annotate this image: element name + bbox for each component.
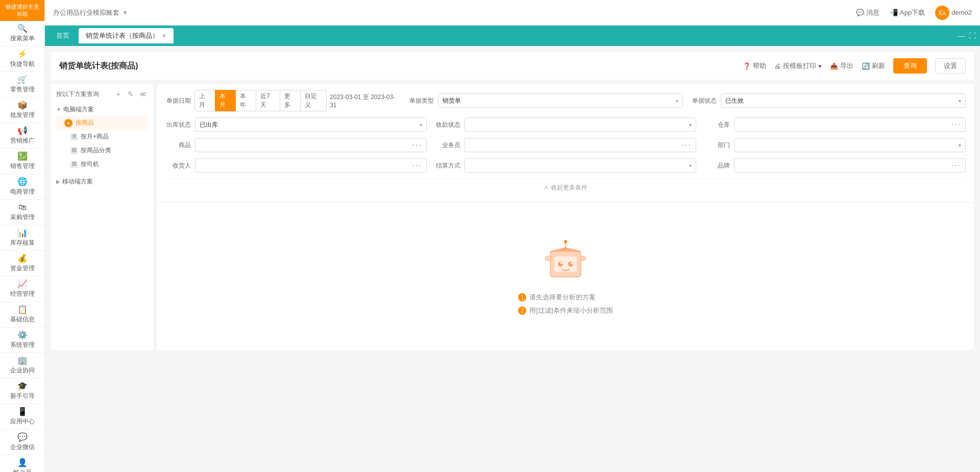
scheme-group-mobile-header[interactable]: ▶ 移动端方案 xyxy=(56,175,148,188)
doc-type-input[interactable]: 销货单 ▾ xyxy=(438,93,683,108)
date-tab-7days[interactable]: 近7天 xyxy=(256,90,280,111)
product-input[interactable]: ··· xyxy=(195,138,427,152)
user-profile[interactable]: Ea demo2 xyxy=(935,6,972,20)
sidebar-item-label: 零售管理 xyxy=(10,85,35,94)
tip-num-1: 1 xyxy=(518,293,526,301)
sidebar-item-wechat[interactable]: 💬 企业微信 xyxy=(0,430,44,455)
settings-button[interactable]: 设置 xyxy=(935,58,966,74)
sidebar-item-retail[interactable]: 🛒 零售管理 xyxy=(0,72,44,98)
nav-icon: ⚡ xyxy=(17,49,28,59)
member-icon: 👤 xyxy=(17,458,28,467)
sidebar-item-basic[interactable]: 📋 基础信息 xyxy=(0,302,44,327)
filter-area: 单据日期 上月 本月 本年 近7天 更多 自定义 20 xyxy=(157,84,974,203)
tab-home[interactable]: 首页 xyxy=(49,28,77,43)
app-download-button[interactable]: 📲 App下载 xyxy=(890,8,925,17)
finance-icon: 💰 xyxy=(17,253,28,263)
sidebar-item-label: 销售管理 xyxy=(10,162,35,171)
doc-type-label: 单据类型 xyxy=(408,97,434,105)
sidebar-item-marketing[interactable]: 📢 营销推广 xyxy=(0,123,44,149)
newbie-icon: 🎓 xyxy=(17,381,28,391)
scheme-group-desktop: ▼ 电脑端方案 ● 按商品 月 按月+商品 回 按商品分类 xyxy=(56,103,148,171)
payment-method-dropdown-icon: ▾ xyxy=(689,163,692,169)
payment-method-label: 结算方式 xyxy=(435,161,460,170)
filter-field-out-status: 出库状态 已出库 ▾ xyxy=(165,117,427,132)
department-label: 部门 xyxy=(704,141,730,150)
tab-sales-stat[interactable]: 销货单统计表（按商品） ✕ xyxy=(79,28,174,43)
chevron-right-icon: ▶ xyxy=(56,179,60,184)
sidebar-item-finance[interactable]: 💰 资金管理 xyxy=(0,251,44,276)
refresh-icon: 🔄 xyxy=(862,62,870,70)
scheme-item-label: 按商品 xyxy=(76,119,94,127)
scheme-add-button[interactable]: + xyxy=(113,89,124,99)
tip-2-text: 用[过滤]条件来缩小分析范围 xyxy=(529,306,612,315)
help-button[interactable]: ❓ 帮助 xyxy=(743,61,766,70)
collapse-more-conditions-button[interactable]: ∧ 收起更多条件 xyxy=(165,179,966,196)
print-icon: 🖨 xyxy=(774,62,781,70)
tab-bar-right: — ⛶ xyxy=(958,32,976,40)
sidebar-item-newbie[interactable]: 🎓 新手引导 xyxy=(0,379,44,404)
scheme-item-by-month-product[interactable]: 月 按月+商品 xyxy=(56,130,148,144)
date-tab-this-month[interactable]: 本月 xyxy=(215,90,236,111)
print-button[interactable]: 🖨 按模板打印 ▾ xyxy=(774,61,822,70)
sales-icon: 💹 xyxy=(17,151,28,161)
header-dropdown-icon[interactable]: ▾ xyxy=(124,9,127,16)
doc-status-value: 已生效 xyxy=(725,97,744,105)
brand-input[interactable]: ··· xyxy=(734,158,966,173)
tab-expand-icon[interactable]: ⛶ xyxy=(969,32,976,40)
query-button[interactable]: 查询 xyxy=(893,58,927,74)
svg-rect-1 xyxy=(554,256,577,272)
empty-tips: 1 请先选择要分析的方案 2 用[过滤]条件来缩小分析范围 xyxy=(518,293,612,319)
product-dots-icon: ··· xyxy=(412,140,422,150)
sidebar-item-label: 企业微信 xyxy=(10,443,35,452)
sidebar-item-purchase[interactable]: 🛍 采购管理 xyxy=(0,200,44,225)
sidebar-item-label: 基础信息 xyxy=(10,315,35,324)
username-label: demo2 xyxy=(951,9,972,16)
filter-row-4: 收货人 ··· 结算方式 ▾ xyxy=(165,158,966,173)
sidebar-item-member[interactable]: 👤 畅会员 xyxy=(0,455,44,472)
scheme-item-by-product[interactable]: ● 按商品 xyxy=(56,116,148,130)
department-input[interactable]: ▾ xyxy=(734,138,966,152)
sidebar-item-system[interactable]: ⚙️ 系统管理 xyxy=(0,327,44,353)
date-tab-last-month[interactable]: 上月 xyxy=(194,90,215,111)
sidebar-item-label: 系统管理 xyxy=(10,341,35,349)
sidebar-item-ecommerce[interactable]: 🌐 电商管理 xyxy=(0,174,44,200)
sidebar-item-search[interactable]: 🔍 搜索菜单 xyxy=(0,21,44,46)
page-actions: ❓ 帮助 🖨 按模板打印 ▾ 📤 导出 🔄 刷新 查询 设置 xyxy=(743,58,966,74)
scheme-panel: 按以下方案查询 + ✎ ≪ ▼ 电脑端方案 ● 按商品 xyxy=(51,84,153,350)
scheme-edit-button[interactable]: ✎ xyxy=(126,89,136,99)
tab-minimize-icon[interactable]: — xyxy=(958,32,965,40)
doc-status-label: 单据状态 xyxy=(691,97,717,105)
receiver-input[interactable]: ··· xyxy=(195,158,427,173)
search-icon: 🔍 xyxy=(17,23,28,33)
sidebar-item-sales[interactable]: 💹 销售管理 xyxy=(0,149,44,174)
sidebar-item-enterprise[interactable]: 🏢 企业协同 xyxy=(0,353,44,379)
top-header: 办公用品行业模拟账套 ▾ 💬 消息 📲 App下载 Ea demo2 xyxy=(45,0,980,26)
doc-type-dropdown-icon: ▾ xyxy=(676,98,678,104)
message-button[interactable]: 💬 消息 xyxy=(856,8,879,17)
scheme-collapse-button[interactable]: ≪ xyxy=(138,89,148,99)
salesperson-input[interactable]: ··· xyxy=(464,138,696,152)
sidebar-item-inventory[interactable]: 📊 库存核算 xyxy=(0,225,44,251)
refresh-button[interactable]: 🔄 刷新 xyxy=(862,61,885,70)
date-tab-custom[interactable]: 自定义 xyxy=(300,90,327,111)
date-tab-more[interactable]: 更多 xyxy=(280,90,301,111)
out-status-input[interactable]: 已出库 ▾ xyxy=(195,117,427,132)
sidebar-item-quick-nav[interactable]: ⚡ 快捷导航 xyxy=(0,46,44,72)
sidebar-item-operations[interactable]: 📈 经营管理 xyxy=(0,276,44,302)
payment-status-input[interactable]: ▾ xyxy=(464,117,696,132)
warehouse-input[interactable]: ··· xyxy=(734,117,966,132)
sidebar-item-appcenter[interactable]: 📱 应用中心 xyxy=(0,404,44,430)
export-button[interactable]: 📤 导出 xyxy=(830,61,853,70)
tab-close-icon[interactable]: ✕ xyxy=(162,33,166,39)
sidebar-item-label: 畅会员 xyxy=(13,468,32,472)
logo-area: 畅捷通好生意 标版 xyxy=(0,0,44,21)
scheme-item-by-category[interactable]: 回 按商品分类 xyxy=(56,144,148,157)
ecommerce-icon: 🌐 xyxy=(17,177,28,186)
help-label: 帮助 xyxy=(753,61,766,70)
payment-method-input[interactable]: ▾ xyxy=(464,158,696,173)
scheme-group-desktop-header[interactable]: ▼ 电脑端方案 xyxy=(56,103,148,116)
sidebar-item-wholesale[interactable]: 📦 批发管理 xyxy=(0,98,44,123)
scheme-item-by-driver[interactable]: 四 按司机 xyxy=(56,157,148,171)
doc-status-input[interactable]: 已生效 ▾ xyxy=(721,93,966,108)
date-tab-this-year[interactable]: 本年 xyxy=(235,90,256,111)
